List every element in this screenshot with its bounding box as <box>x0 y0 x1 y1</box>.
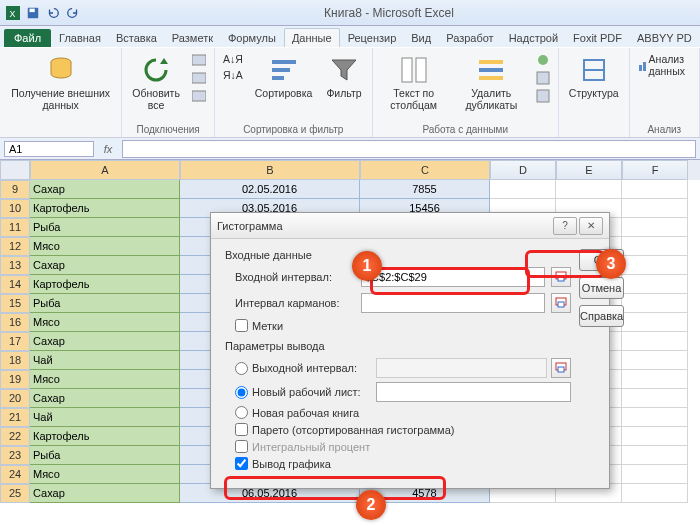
tab-data[interactable]: Данные <box>284 28 340 47</box>
cell[interactable]: 02.05.2016 <box>180 180 360 199</box>
consolidate-btn[interactable] <box>534 70 552 86</box>
row-header[interactable]: 19 <box>0 370 30 389</box>
col-header-D[interactable]: D <box>490 160 556 180</box>
text-to-columns-button[interactable]: Текст по столбцам <box>379 52 449 113</box>
cell[interactable] <box>622 237 688 256</box>
col-header-F[interactable]: F <box>622 160 688 180</box>
cell[interactable] <box>622 180 688 199</box>
select-all-corner[interactable] <box>0 160 30 180</box>
cell[interactable] <box>622 484 688 503</box>
pareto-checkbox[interactable] <box>235 423 248 436</box>
row-header[interactable]: 24 <box>0 465 30 484</box>
cell[interactable]: Мясо <box>30 465 180 484</box>
cell[interactable] <box>622 446 688 465</box>
tab-abbyy[interactable]: ABBYY PD <box>630 29 699 47</box>
chart-output-checkbox[interactable] <box>235 457 248 470</box>
data-validation-btn[interactable] <box>534 52 552 68</box>
remove-duplicates-button[interactable]: Удалить дубликаты <box>455 52 528 113</box>
cell[interactable]: Чай <box>30 408 180 427</box>
edit-links-btn[interactable] <box>190 88 208 104</box>
output-range-ref-button[interactable] <box>551 358 571 378</box>
get-external-data-button[interactable]: Получение внешних данных <box>6 52 115 113</box>
col-header-B[interactable]: B <box>180 160 360 180</box>
row-header[interactable]: 12 <box>0 237 30 256</box>
col-header-C[interactable]: C <box>360 160 490 180</box>
cell[interactable]: 7855 <box>360 180 490 199</box>
cell[interactable]: Мясо <box>30 370 180 389</box>
sort-asc-button[interactable]: А↓Я <box>221 52 245 66</box>
connections-btn[interactable] <box>190 52 208 68</box>
cell[interactable] <box>622 199 688 218</box>
cell[interactable]: Сахар <box>30 389 180 408</box>
row-header[interactable]: 22 <box>0 427 30 446</box>
cell[interactable] <box>622 294 688 313</box>
sort-desc-button[interactable]: Я↓А <box>221 68 245 82</box>
tab-formulas[interactable]: Формулы <box>221 29 283 47</box>
tab-addins[interactable]: Надстрой <box>502 29 565 47</box>
cell[interactable] <box>622 332 688 351</box>
col-header-A[interactable]: A <box>30 160 180 180</box>
file-tab[interactable]: Файл <box>4 29 51 47</box>
tab-layout[interactable]: Разметк <box>165 29 220 47</box>
input-range-ref-button[interactable] <box>551 267 571 287</box>
dialog-close-button[interactable]: ✕ <box>579 217 603 235</box>
data-analysis-button[interactable]: Анализ данных <box>636 52 693 78</box>
row-header[interactable]: 25 <box>0 484 30 503</box>
cell[interactable] <box>622 389 688 408</box>
output-range-radio[interactable] <box>235 362 248 375</box>
help-button[interactable]: Справка <box>579 305 624 327</box>
undo-icon[interactable] <box>44 4 62 22</box>
cell[interactable] <box>622 313 688 332</box>
cell[interactable]: Сахар <box>30 256 180 275</box>
fx-icon[interactable]: fx <box>98 143 118 155</box>
cell[interactable]: Сахар <box>30 332 180 351</box>
col-header-E[interactable]: E <box>556 160 622 180</box>
cell[interactable] <box>622 256 688 275</box>
redo-icon[interactable] <box>64 4 82 22</box>
cell[interactable] <box>622 408 688 427</box>
cell[interactable]: Чай <box>30 351 180 370</box>
cell[interactable] <box>622 465 688 484</box>
cell[interactable] <box>622 370 688 389</box>
cell[interactable]: Сахар <box>30 180 180 199</box>
sort-button[interactable]: Сортировка <box>251 52 317 102</box>
row-header[interactable]: 13 <box>0 256 30 275</box>
labels-checkbox[interactable] <box>235 319 248 332</box>
outline-button[interactable]: Структура <box>565 52 623 102</box>
new-worksheet-radio[interactable] <box>235 386 248 399</box>
input-range-field[interactable] <box>361 267 545 287</box>
new-worksheet-field[interactable] <box>376 382 571 402</box>
cell[interactable]: Мясо <box>30 237 180 256</box>
bin-range-field[interactable] <box>361 293 545 313</box>
cell[interactable]: Рыба <box>30 218 180 237</box>
row-header[interactable]: 15 <box>0 294 30 313</box>
cell[interactable]: Картофель <box>30 275 180 294</box>
save-icon[interactable] <box>24 4 42 22</box>
name-box[interactable] <box>4 141 94 157</box>
dialog-help-button[interactable]: ? <box>553 217 577 235</box>
cell[interactable] <box>490 180 556 199</box>
row-header[interactable]: 20 <box>0 389 30 408</box>
cell[interactable]: Картофель <box>30 427 180 446</box>
new-workbook-radio[interactable] <box>235 406 248 419</box>
cell[interactable]: Мясо <box>30 313 180 332</box>
row-header[interactable]: 17 <box>0 332 30 351</box>
dialog-titlebar[interactable]: Гистограмма ? ✕ <box>211 213 609 239</box>
row-header[interactable]: 18 <box>0 351 30 370</box>
tab-view[interactable]: Вид <box>404 29 438 47</box>
tab-insert[interactable]: Вставка <box>109 29 164 47</box>
refresh-all-button[interactable]: Обновить все <box>128 52 184 113</box>
row-header[interactable]: 9 <box>0 180 30 199</box>
cancel-button[interactable]: Отмена <box>579 277 624 299</box>
row-header[interactable]: 10 <box>0 199 30 218</box>
cell[interactable] <box>622 275 688 294</box>
tab-foxit[interactable]: Foxit PDF <box>566 29 629 47</box>
cell[interactable]: Рыба <box>30 446 180 465</box>
cell[interactable] <box>556 180 622 199</box>
row-header[interactable]: 16 <box>0 313 30 332</box>
row-header[interactable]: 23 <box>0 446 30 465</box>
cell[interactable] <box>622 427 688 446</box>
whatif-btn[interactable] <box>534 88 552 104</box>
row-header[interactable]: 14 <box>0 275 30 294</box>
tab-home[interactable]: Главная <box>52 29 108 47</box>
